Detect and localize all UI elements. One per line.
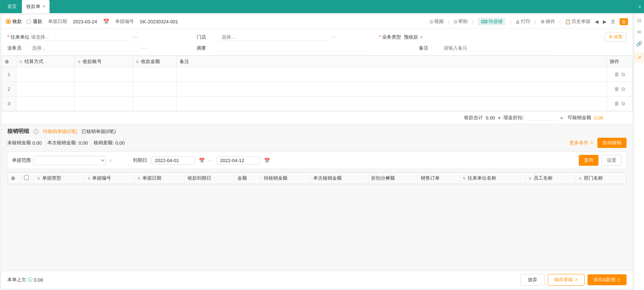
window-close-btn[interactable]: ×: [638, 4, 641, 9]
due-date-to-calendar-icon[interactable]: 📅: [264, 158, 270, 163]
row2-account[interactable]: [75, 82, 133, 97]
row1-actions: 🗑 ⧉: [607, 67, 632, 82]
grid-view-btn[interactable]: ⊞: [620, 18, 628, 25]
home-tab[interactable]: 首页: [3, 0, 21, 13]
totals-row: 收款合计 0.00 + 现金折扣: = 可核销金额 0.00: [1, 111, 632, 124]
writeoff-table-header: ⚙ ⇅ 单据类型 ⇅ 单据编号: [8, 173, 626, 184]
range-select[interactable]: [33, 156, 106, 165]
remark-field: 备注: [419, 44, 627, 52]
sort-account-icon[interactable]: ⇅: [78, 60, 80, 64]
row1-delete-icon[interactable]: 🗑: [614, 71, 619, 78]
video-btn[interactable]: ⊙ 视频: [429, 18, 444, 25]
auto-writeoff-button[interactable]: 自动核销: [597, 138, 627, 148]
counterparty-label: 往来单位: [7, 34, 30, 40]
nav-right-btn[interactable]: ▶: [603, 19, 606, 24]
history-icon: 📋: [565, 19, 571, 24]
store-more-btn[interactable]: ···: [331, 34, 335, 40]
table-gear-col[interactable]: ⚙: [2, 56, 16, 67]
right-panel-icon-4[interactable]: ↗: [634, 52, 644, 63]
staff-more-btn[interactable]: ···: [141, 45, 146, 51]
wt-sort-number[interactable]: ⇅: [87, 176, 90, 180]
top-nav-bar: 首页 收款单 × ×: [0, 0, 644, 13]
row1-amount[interactable]: [133, 67, 177, 82]
row2-copy-icon[interactable]: ⧉: [621, 86, 625, 92]
row3-amount[interactable]: [133, 97, 177, 111]
summary-input[interactable]: [220, 44, 366, 52]
table-header-row: ⚙ ⇅ 结算方式 ⇅ 收款账号 ⇅ 收款金额: [2, 56, 632, 67]
row3-remark[interactable]: [177, 97, 607, 111]
radio-refund-label: 退款: [33, 18, 42, 25]
row2-remark[interactable]: [177, 82, 607, 97]
row-num-2: 2: [2, 82, 16, 97]
row1-settlement[interactable]: [16, 67, 75, 82]
business-type-dropdown-icon[interactable]: ∨: [420, 34, 423, 40]
query-button[interactable]: 查询: [579, 155, 598, 166]
due-date-to-input[interactable]: [217, 156, 260, 165]
due-date-from-input[interactable]: [152, 156, 195, 165]
help-btn[interactable]: ⊙ 帮助: [453, 18, 468, 25]
operation-btn[interactable]: ⚙ 操作: [541, 18, 555, 25]
radio-receipt[interactable]: 收款: [6, 18, 22, 25]
row1-remark[interactable]: [177, 67, 607, 82]
more-conditions-btn[interactable]: 更多条件 ∧: [569, 140, 594, 146]
range-dropdown-icon[interactable]: ∨: [109, 158, 113, 163]
discount-input[interactable]: [527, 115, 556, 121]
wt-select-all-checkbox[interactable]: [24, 175, 29, 180]
nav-left-btn[interactable]: ◀: [595, 19, 598, 24]
row3-account[interactable]: [75, 97, 133, 111]
right-panel: ⊟ ✉ 🔗 ↗: [634, 15, 644, 290]
settings-button[interactable]: ⚙ 设置: [605, 32, 627, 42]
writeoff-title: 核销明细: [7, 128, 29, 135]
radio-refund[interactable]: 退款: [26, 18, 42, 25]
row1-copy-icon[interactable]: ⧉: [621, 71, 625, 78]
shortcut-btn[interactable]: ⌨ 快捷键: [478, 17, 506, 26]
due-date-calendar-icon[interactable]: 📅: [199, 158, 205, 163]
store-input[interactable]: [220, 34, 329, 41]
staff-input[interactable]: [31, 44, 140, 52]
right-panel-icon-1[interactable]: ⊟: [637, 17, 641, 23]
sort-settlement-icon[interactable]: ⇅: [19, 60, 22, 64]
remark-input[interactable]: [442, 44, 551, 52]
wt-sort-date[interactable]: ⇅: [137, 176, 140, 180]
radio-receipt-circle: [6, 19, 11, 24]
table-row: 2 🗑 ⧉: [2, 82, 632, 97]
receipt-table: ⚙ ⇅ 结算方式 ⇅ 收款账号 ⇅ 收款金额: [1, 56, 632, 111]
right-panel-icon-2[interactable]: ✉: [637, 29, 641, 35]
wt-sort-type[interactable]: ⇅: [37, 176, 40, 180]
wt-sort-staff[interactable]: ⇅: [529, 176, 531, 180]
abandon-button[interactable]: 放弃: [520, 274, 545, 286]
date-value: 2023-03-24: [73, 19, 97, 24]
counterparty-more-btn[interactable]: ···: [133, 34, 138, 40]
bottom-info-icon[interactable]: ⓘ: [28, 277, 32, 283]
counterparty-input[interactable]: [30, 34, 131, 41]
writeoff-settings-button[interactable]: 设置: [601, 155, 622, 166]
save-new-button[interactable]: 保存&新增 ∧: [588, 274, 627, 285]
row3-delete-icon[interactable]: 🗑: [614, 101, 619, 107]
right-panel-icon-3[interactable]: 🔗: [636, 41, 642, 47]
writeoff-tab-done[interactable]: 已核销单据(0笔): [82, 128, 116, 135]
row3-settlement[interactable]: [16, 97, 75, 111]
wt-gear-col[interactable]: ⚙: [8, 173, 21, 184]
wt-sort-dept[interactable]: ⇅: [579, 176, 582, 180]
row2-amount[interactable]: [133, 82, 177, 97]
list-view-btn[interactable]: ☰: [611, 19, 615, 24]
discount-label: 现金折扣:: [503, 114, 524, 121]
writeoff-section: 核销明细 i 待核销单据(0笔) 已核销单据(0笔) 未核销金额 0.00 本次…: [1, 124, 632, 271]
current-writeoff-label: 本次核销金额:: [47, 140, 77, 146]
wt-col-number: ⇅ 单据编号: [84, 173, 134, 184]
history-btn[interactable]: 📋 历史单据: [565, 18, 590, 25]
row1-account[interactable]: [75, 67, 133, 82]
row2-delete-icon[interactable]: 🗑: [614, 86, 619, 92]
active-tab-receipt[interactable]: 收款单 ×: [22, 0, 50, 13]
tab-close-icon[interactable]: ×: [43, 4, 45, 9]
writeoff-info-icon[interactable]: i: [34, 129, 39, 134]
writeoff-tab-pending[interactable]: 待核销单据(0笔): [43, 128, 77, 135]
row2-settlement[interactable]: [16, 82, 75, 97]
wt-sort-counterparty[interactable]: ⇅: [463, 176, 466, 180]
date-calendar-icon[interactable]: 📅: [103, 19, 109, 24]
save-draft-button[interactable]: 保存草稿 ∧: [548, 274, 585, 286]
print-btn[interactable]: 🖨 打印: [515, 18, 530, 25]
number-label: 单据编号: [115, 18, 134, 25]
row3-copy-icon[interactable]: ⧉: [621, 101, 625, 107]
sort-amount-icon[interactable]: ⇅: [136, 60, 139, 64]
